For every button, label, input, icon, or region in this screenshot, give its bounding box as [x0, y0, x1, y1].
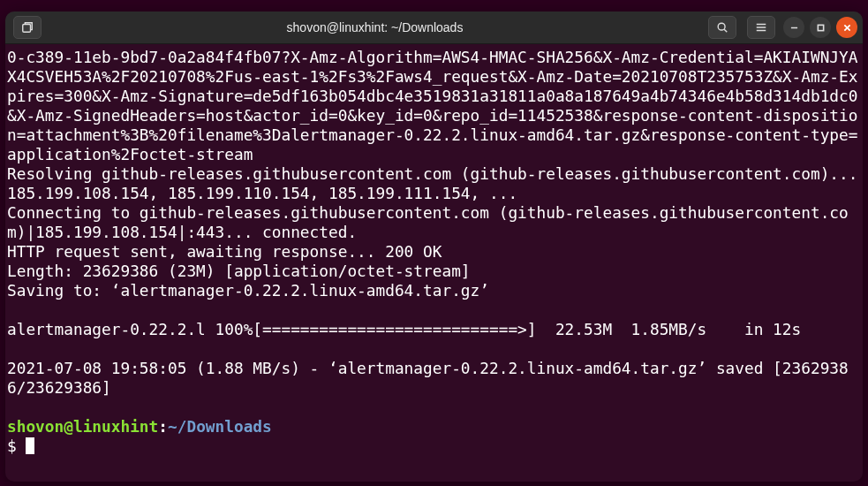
window-title: shovon@linuxhint: ~/Downloads	[44, 20, 706, 34]
terminal-content[interactable]: 0-c389-11eb-9bd7-0a2a84f4fb07?X-Amz-Algo…	[5, 44, 863, 458]
hamburger-menu-icon	[755, 21, 767, 34]
new-tab-button[interactable]	[13, 16, 42, 39]
maximize-icon	[817, 24, 825, 32]
output-line: Saving to: ‘alertmanager-0.22.2.linux-am…	[7, 281, 489, 300]
prompt-colon: :	[158, 417, 168, 436]
output-progress: alertmanager-0.22.2.l 100%[=============…	[7, 320, 801, 338]
output-line: Length: 23629386 (23M) [application/octe…	[7, 262, 471, 280]
titlebar: shovon@linuxhint: ~/Downloads	[5, 11, 863, 44]
cursor	[26, 437, 34, 454]
close-button[interactable]	[836, 17, 857, 38]
new-tab-icon	[21, 21, 34, 34]
output-summary: 2021-07-08 19:58:05 (1.88 MB/s) - ‘alert…	[7, 359, 849, 397]
minimize-icon	[790, 24, 798, 32]
search-button[interactable]	[708, 16, 736, 39]
search-icon	[716, 21, 728, 34]
output-line: Connecting to github-releases.githubuser…	[7, 203, 849, 241]
menu-button[interactable]	[747, 16, 775, 39]
svg-rect-2	[818, 25, 823, 30]
output-line: HTTP request sent, awaiting response... …	[7, 242, 442, 261]
prompt-path: ~/Downloads	[168, 417, 272, 436]
svg-point-1	[718, 23, 725, 30]
maximize-button[interactable]	[810, 17, 831, 38]
close-icon	[843, 24, 851, 32]
output-line: Resolving github-releases.githubusercont…	[7, 164, 863, 202]
prompt-dollar: $	[7, 437, 26, 455]
svg-rect-0	[23, 25, 31, 33]
terminal-window: shovon@linuxhint: ~/Downloads	[5, 11, 863, 482]
output-line: 0-c389-11eb-9bd7-0a2a84f4fb07?X-Amz-Algo…	[7, 48, 857, 163]
prompt-user-host: shovon@linuxhint	[7, 417, 158, 436]
minimize-button[interactable]	[783, 17, 804, 38]
